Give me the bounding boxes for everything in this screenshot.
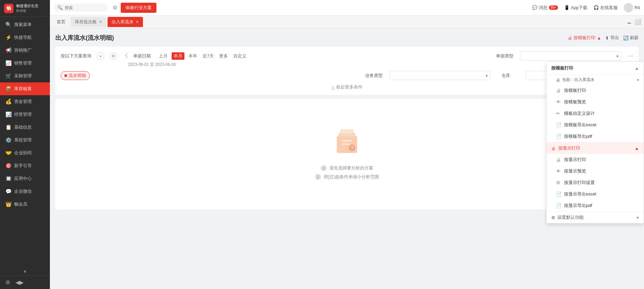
dropdown-item-display-print[interactable]: 🖨 按显示打印: [547, 154, 644, 165]
tab-active-close-icon[interactable]: ✕: [136, 20, 139, 24]
filter-collapse-btn[interactable]: 《: [122, 52, 128, 59]
sidebar-item-system[interactable]: ⚙️ 系统管理: [0, 134, 50, 147]
dropdown-current[interactable]: 🖨 当前：出入库流水 ▾: [547, 75, 644, 85]
date-opt-more[interactable]: 更多: [218, 52, 229, 60]
tab-maximize-icon[interactable]: ⬜: [635, 19, 641, 25]
current-filter-tag[interactable]: 流水明细: [61, 71, 90, 80]
settings-icon[interactable]: ⚙: [5, 279, 10, 286]
message-btn[interactable]: 💬 消息 99+: [532, 5, 558, 11]
display-print-icon: 🖨: [556, 157, 561, 162]
sidebar-item-sales[interactable]: 📈 销售管理: [0, 57, 50, 70]
sidebar-item-quick-nav[interactable]: ⚡ 快捷导航: [0, 31, 50, 44]
footer-arrow-icon: ▾: [637, 215, 639, 220]
tab-close-icon[interactable]: ✕: [99, 20, 102, 24]
dropdown-collapse-icon[interactable]: ▲: [635, 66, 639, 71]
dropdown-header: 按模板打印 ▲: [547, 62, 644, 75]
business-type-select[interactable]: [389, 71, 491, 80]
current-print-icon: 🖨: [556, 78, 560, 82]
search-input[interactable]: [65, 5, 105, 10]
purchase-icon: 🛒: [5, 73, 11, 79]
sidebar-item-label: 销售管理: [14, 60, 32, 66]
collapse-sidebar-icon[interactable]: ◀▶: [16, 279, 24, 286]
refresh-btn[interactable]: 🔄 刷新: [623, 35, 639, 41]
display-print-header[interactable]: 🖨 按显示打印 ▲: [547, 142, 644, 154]
sidebar-item-inventory[interactable]: 📦 库存核算: [0, 82, 50, 95]
sidebar-item-vip[interactable]: 👑 畅会员: [0, 198, 50, 211]
date-opt-this-month[interactable]: 本月: [172, 52, 184, 60]
tab-batch-account[interactable]: 库存批次账 ✕: [71, 17, 106, 27]
business-type-select-wrap: [389, 71, 491, 80]
bill-type-label: 单据类型: [496, 53, 515, 59]
dropdown-item-display-pdf[interactable]: 📄 按显示导出pdf: [547, 200, 644, 211]
sidebar-item-enterprise[interactable]: 🤝 企业协同: [0, 147, 50, 159]
tab-minimize-icon[interactable]: 🗕: [626, 19, 632, 25]
message-icon: 💬: [532, 5, 537, 10]
dropdown-item-template-print[interactable]: 🖨 按模板打印: [547, 85, 644, 96]
sidebar-item-basic[interactable]: 📋 基础信息: [0, 121, 50, 134]
dropdown-item-template-pdf[interactable]: 📄 按模板导出pdf: [547, 131, 644, 142]
sidebar-item-guide[interactable]: 🎯 新手引导: [0, 159, 50, 172]
download-icon: 📱: [564, 5, 569, 10]
main-area: 🔍 ⚙ 体验行业方案 💬 消息 99+ 📱 App下载 🎧 在线客服 Rit: [50, 0, 644, 289]
template-print-btn[interactable]: 🖨 按模板打印 ▲: [568, 35, 601, 41]
search-box[interactable]: 🔍: [54, 4, 108, 11]
step-num-2: 2: [315, 174, 321, 180]
sidebar-item-label: 基础信息: [14, 124, 32, 130]
dropdown-item-label: 模板自定义设计: [564, 110, 595, 116]
sidebar-item-purchase[interactable]: 🛒 采购管理: [0, 70, 50, 82]
export-btn[interactable]: ⬆ 导出: [605, 35, 619, 41]
sidebar-item-label: 系统管理: [14, 137, 32, 143]
weixin-icon: 💬: [5, 188, 11, 194]
sidebar-scroll-down[interactable]: ▼: [0, 268, 50, 275]
tab-inout-flow[interactable]: 出入库流水 ✕: [108, 17, 143, 27]
date-opt-custom[interactable]: 自定义: [232, 52, 248, 60]
dropdown-item-template-custom[interactable]: ✏ 模板自定义设计: [547, 108, 644, 119]
industry-btn[interactable]: 体验行业方案: [121, 3, 156, 13]
sidebar-item-finance[interactable]: 💰 资金管理: [0, 95, 50, 108]
dropdown-item-label: 按显示导出pdf: [564, 203, 592, 209]
dropdown-footer[interactable]: ⚙ 设置默认功能 ▾: [547, 212, 644, 223]
business-type-label: 业务类型: [365, 73, 384, 79]
tab-home[interactable]: 首页: [53, 17, 69, 27]
print-icon: 🖨: [568, 35, 572, 41]
sidebar-item-search[interactable]: 🔍 搜索菜单: [0, 18, 50, 31]
basic-icon: 📋: [5, 124, 11, 130]
export-icon: ⬆: [605, 35, 609, 41]
bill-type-select[interactable]: [520, 51, 621, 60]
bill-type-more-icon[interactable]: ···: [628, 52, 633, 59]
operations-icon: 📊: [5, 111, 11, 117]
user-profile[interactable]: Rit: [624, 3, 640, 12]
dropdown-item-template-preview[interactable]: 👁 按模板预览: [547, 96, 644, 108]
date-opt-last-month[interactable]: 上月: [157, 52, 169, 60]
app-download-btn[interactable]: 📱 App下载: [564, 5, 587, 11]
dropdown-footer-label: 设置默认功能: [557, 214, 584, 220]
date-opt-this-year[interactable]: 本年: [187, 52, 199, 60]
dropdown-item-template-excel[interactable]: 📄 按模板导出excel: [547, 119, 644, 131]
sidebar-item-weixin[interactable]: 💬 企业微信: [0, 185, 50, 198]
current-arrow-icon: ▾: [637, 78, 639, 82]
display-print-header-text: 按显示打印: [558, 145, 580, 151]
filter-settings-btn[interactable]: ⚙: [110, 52, 117, 60]
svg-rect-4: [342, 143, 350, 145]
sidebar-item-label: 新手引导: [14, 163, 32, 169]
add-filter-btn[interactable]: +: [97, 52, 104, 60]
sidebar-item-marketing[interactable]: 📢 营销推广: [0, 44, 50, 57]
service-icon: 🎧: [593, 5, 599, 10]
tab-label: 库存批次账: [75, 19, 97, 25]
page-actions: 🖨 按模板打印 ▲ ⬆ 导出 🔄 刷新: [568, 35, 639, 41]
app-download-label: App下载: [571, 5, 587, 11]
dropdown-current-label: 当前：出入库流水: [562, 77, 594, 83]
dropdown-item-display-excel[interactable]: 📄 按显示导出excel: [547, 188, 644, 200]
sidebar-item-label: 经营管理: [14, 111, 32, 117]
tab-label: 出入库流水: [112, 19, 134, 25]
dropdown-item-display-settings[interactable]: ⚙ 按显示打印设置: [547, 177, 644, 188]
date-opt-7days[interactable]: 近7天: [201, 52, 215, 60]
sidebar-item-label: 采购管理: [14, 73, 32, 79]
sidebar-item-app-center[interactable]: 🔲 应用中心: [0, 172, 50, 185]
dropdown-item-display-preview[interactable]: 👁 按显示预览: [547, 165, 644, 177]
settings-gear-icon[interactable]: ⚙: [113, 4, 117, 11]
online-service-btn[interactable]: 🎧 在线客服: [593, 5, 618, 11]
sidebar-item-operations[interactable]: 📊 经营管理: [0, 108, 50, 121]
template-custom-icon: ✏: [556, 111, 561, 116]
dropdown-item-label: 按显示导出excel: [564, 191, 596, 197]
